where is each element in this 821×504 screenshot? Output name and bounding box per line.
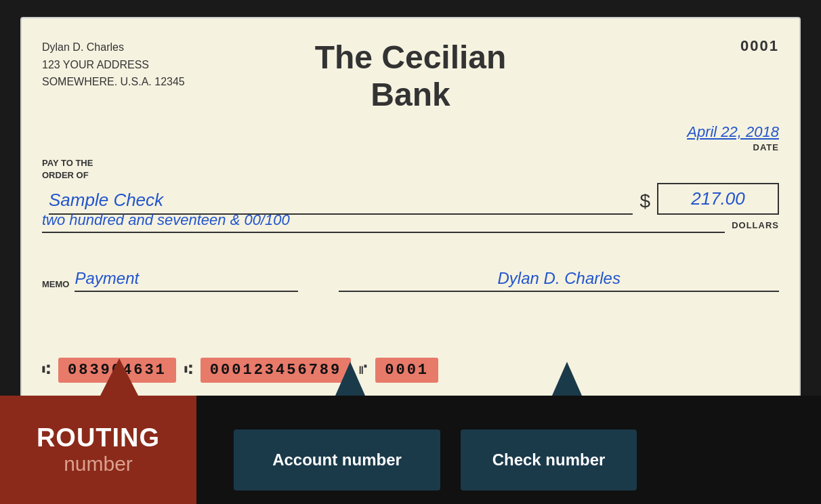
dollars-label: DOLLARS [732, 220, 779, 233]
memo-label: MEMO [42, 279, 69, 292]
date-value: April 22, 2018 [687, 123, 779, 141]
account-arrow [335, 362, 365, 396]
written-amount-section: two hundred and seventeen & 00/100 DOLLA… [42, 211, 779, 233]
sender-address2: SOMEWHERE. U.S.A. 12345 [42, 73, 185, 91]
sender-address1: 123 YOUR ADDRESS [42, 56, 185, 74]
routing-arrow [100, 358, 138, 396]
bank-name: The Cecilian Bank [315, 39, 507, 113]
date-area: April 22, 2018 DATE [687, 123, 779, 152]
bottom-bar: ROUTING number Account number Check numb… [0, 396, 821, 504]
account-number-text: Account number [272, 450, 402, 469]
routing-top-label: ROUTING [37, 424, 160, 453]
date-label: DATE [687, 142, 779, 152]
memo-section: MEMO Payment Dylan D. Charles [42, 269, 779, 292]
check-number-text: Check number [492, 450, 606, 469]
check-arrow [552, 362, 582, 396]
micr-symbol-1: ⑆ [42, 362, 50, 378]
micr-check-number: 0001 [375, 358, 438, 383]
micr-symbol-2: ⑆ [184, 362, 192, 378]
sender-name: Dylan D. Charles [42, 39, 185, 56]
routing-bottom-label: number [64, 453, 133, 476]
micr-line: ⑆ 083904631 ⑆ 000123456789 ⑈ 0001 [42, 358, 779, 383]
account-number-label: Account number [234, 429, 440, 490]
written-amount: two hundred and seventeen & 00/100 [42, 211, 725, 233]
check-number-top: 0001 [740, 37, 779, 55]
pay-to-section: PAY TO THE ORDER OF Sample Check $ 217.0… [42, 157, 779, 215]
amount-box: 217.00 [657, 183, 779, 215]
pay-to-label: PAY TO THE ORDER OF [42, 157, 779, 182]
routing-label: ROUTING number [0, 396, 196, 504]
sender-address: Dylan D. Charles 123 YOUR ADDRESS SOMEWH… [42, 39, 185, 91]
micr-account: 000123456789 [201, 358, 351, 383]
check-body: 0001 Dylan D. Charles 123 YOUR ADDRESS S… [20, 17, 801, 403]
check-number-label: Check number [461, 429, 637, 490]
signature-line: Dylan D. Charles [339, 269, 779, 292]
memo-value: Payment [75, 269, 298, 292]
